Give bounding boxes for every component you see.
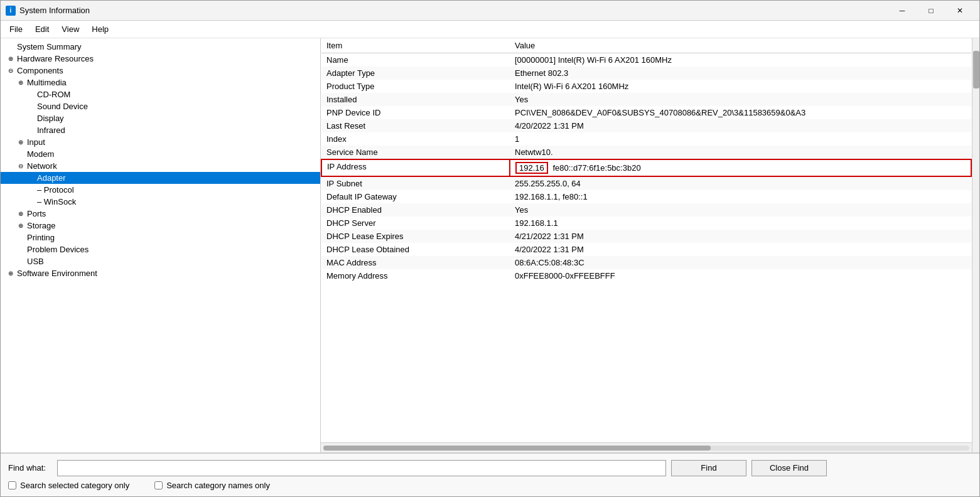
sidebar-item-label: Modem: [27, 149, 54, 159]
scrollbar-thumb[interactable]: [323, 446, 711, 451]
expander-icon: [26, 198, 36, 205]
expander-icon: ⊕: [16, 210, 26, 217]
checkbox-search-names[interactable]: Search category names only: [154, 481, 270, 490]
expander-icon: ⊕: [16, 79, 26, 86]
detail-table[interactable]: Item Value Name [00000001] Intel(R) Wi-F…: [321, 38, 972, 442]
sidebar-item-label: Network: [27, 161, 57, 171]
scrollbar-thumb-right[interactable]: [973, 51, 979, 88]
sidebar-item-ports[interactable]: ⊕ Ports: [1, 208, 320, 220]
expander-icon: ⊕: [16, 222, 26, 229]
menu-view[interactable]: View: [55, 22, 85, 36]
expander-icon: ⊖: [16, 163, 26, 169]
sidebar-item-label: – WinSock: [37, 197, 76, 206]
sidebar-item-display[interactable]: Display: [1, 112, 320, 124]
find-label: Find what:: [8, 463, 52, 473]
table-row: DHCP Lease Obtained 4/20/2022 1:31 PM: [321, 243, 971, 256]
value-cell: 0xFFEE8000-0xFFEEBFFF: [510, 269, 971, 282]
window-title: System Information: [19, 6, 888, 15]
item-cell: Service Name: [321, 146, 510, 159]
item-cell: DHCP Server: [321, 216, 510, 230]
table-row: Default IP Gateway 192.168.1.1, fe80::1: [321, 190, 971, 203]
value-cell: Netwtw10.: [510, 146, 971, 159]
close-find-button[interactable]: Close Find: [751, 460, 827, 476]
sidebar-item-problem-devices[interactable]: Problem Devices: [1, 243, 320, 255]
title-bar-controls: ─ □ ✕: [888, 1, 974, 21]
horizontal-scrollbar[interactable]: [321, 442, 972, 452]
expander-icon: [16, 246, 26, 253]
find-input[interactable]: [57, 460, 666, 476]
find-button[interactable]: Find: [671, 460, 746, 476]
table-row: Memory Address 0xFFEE8000-0xFFEEBFFF: [321, 269, 971, 282]
sidebar-item-label: Software Environment: [17, 269, 97, 278]
value-cell: Intel(R) Wi-Fi 6 AX201 160MHz: [510, 80, 971, 93]
expander-icon: [26, 186, 36, 193]
sidebar-item-infrared[interactable]: Infrared: [1, 124, 320, 136]
checkbox-search-selected[interactable]: Search selected category only: [8, 481, 129, 490]
value-cell: 255.255.255.0, 64: [510, 176, 971, 190]
sidebar[interactable]: System Summary ⊕ Hardware Resources ⊖ Co…: [1, 38, 321, 452]
app-icon-letter: i: [10, 7, 12, 14]
sidebar-item-software-environment[interactable]: ⊕ Software Environment: [1, 267, 320, 279]
checkbox-row: Search selected category only Search cat…: [8, 481, 972, 490]
vertical-scrollbar[interactable]: [972, 38, 979, 452]
sidebar-item-usb[interactable]: USB: [1, 255, 320, 267]
expander-icon: [26, 127, 36, 134]
title-bar: i System Information ─ □ ✕: [1, 1, 979, 21]
table-row: DHCP Server 192.168.1.1: [321, 216, 971, 230]
expander-icon: [26, 91, 36, 98]
data-table: Item Value Name [00000001] Intel(R) Wi-F…: [321, 38, 972, 282]
sidebar-item-components[interactable]: ⊖ Components: [1, 65, 320, 77]
sidebar-item-winsock[interactable]: – WinSock: [1, 196, 320, 208]
value-cell: [00000001] Intel(R) Wi-Fi 6 AX201 160MHz: [510, 53, 971, 67]
item-cell: Default IP Gateway: [321, 190, 510, 203]
sidebar-item-label: Components: [17, 66, 63, 75]
sidebar-item-label: Infrared: [37, 126, 65, 135]
table-row: Adapter Type Ethernet 802.3: [321, 67, 971, 80]
ip-rest: fe80::d77:6f1e:5bc:3b20: [552, 163, 640, 173]
column-header-item: Item: [321, 38, 510, 53]
menu-edit[interactable]: Edit: [29, 22, 55, 36]
maximize-button[interactable]: □: [917, 1, 945, 21]
sidebar-item-hardware-resources[interactable]: ⊕ Hardware Resources: [1, 53, 320, 65]
value-cell: 4/21/2022 1:31 PM: [510, 230, 971, 243]
item-cell: DHCP Lease Obtained: [321, 243, 510, 256]
sidebar-item-storage[interactable]: ⊕ Storage: [1, 220, 320, 232]
expander-icon: ⊕: [16, 139, 26, 146]
sidebar-item-cd-rom[interactable]: CD-ROM: [1, 88, 320, 100]
item-cell: DHCP Enabled: [321, 203, 510, 216]
sidebar-item-protocol[interactable]: – Protocol: [1, 184, 320, 196]
minimize-button[interactable]: ─: [888, 1, 917, 21]
item-cell: Index: [321, 132, 510, 146]
table-row: Product Type Intel(R) Wi-Fi 6 AX201 160M…: [321, 80, 971, 93]
sidebar-item-label: Display: [37, 114, 64, 123]
close-button[interactable]: ✕: [945, 1, 974, 21]
detail-pane: Item Value Name [00000001] Intel(R) Wi-F…: [321, 38, 972, 452]
item-cell: Installed: [321, 93, 510, 106]
checkbox-names-input[interactable]: [154, 481, 163, 489]
value-cell: 192.168.1.1: [510, 216, 971, 230]
sidebar-item-sound-device[interactable]: Sound Device: [1, 100, 320, 112]
sidebar-item-label: Storage: [27, 221, 56, 230]
expander-icon: [26, 115, 36, 122]
sidebar-item-modem[interactable]: Modem: [1, 148, 320, 160]
checkbox-selected-input[interactable]: [8, 481, 16, 489]
checkbox-names-label: Search category names only: [166, 481, 270, 490]
item-cell: Name: [321, 53, 510, 67]
menu-file[interactable]: File: [3, 22, 29, 36]
value-cell: 08:6A:C5:08:48:3C: [510, 256, 971, 269]
app-icon: i: [6, 6, 16, 16]
sidebar-item-input[interactable]: ⊕ Input: [1, 136, 320, 148]
item-cell: Adapter Type: [321, 67, 510, 80]
sidebar-item-system-summary[interactable]: System Summary: [1, 41, 320, 53]
sidebar-item-network[interactable]: ⊖ Network: [1, 160, 320, 172]
sidebar-item-label: Adapter: [37, 173, 66, 183]
sidebar-item-printing[interactable]: Printing: [1, 232, 320, 243]
menu-help[interactable]: Help: [85, 22, 115, 36]
value-cell: Yes: [510, 203, 971, 216]
sidebar-item-adapter[interactable]: Adapter: [1, 172, 320, 184]
table-row: MAC Address 08:6A:C5:08:48:3C: [321, 256, 971, 269]
scrollbar-track[interactable]: [323, 446, 969, 451]
sidebar-item-label: Input: [27, 137, 45, 147]
item-cell: Last Reset: [321, 119, 510, 132]
sidebar-item-multimedia[interactable]: ⊕ Multimedia: [1, 77, 320, 88]
